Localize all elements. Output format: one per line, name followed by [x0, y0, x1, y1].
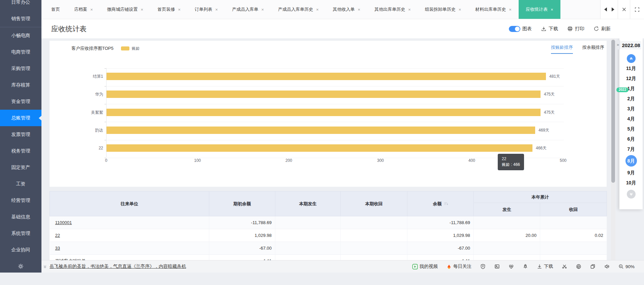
- tab-材料出库单历史[interactable]: 材料出库单历史×: [468, 0, 519, 19]
- tray-shield-icon[interactable]: [480, 264, 486, 269]
- download-button[interactable]: 下载: [541, 26, 558, 32]
- scroll-months-up-button[interactable]: [627, 54, 636, 63]
- sidebar-item-企业协同[interactable]: 企业协同: [0, 242, 41, 258]
- tab-首页装修[interactable]: 首页装修×: [150, 0, 188, 19]
- tab-订单列表[interactable]: 订单列表×: [188, 0, 225, 19]
- unit-link[interactable]: 1100001: [55, 220, 72, 225]
- print-button[interactable]: 打印: [567, 26, 584, 32]
- tab-scroll-left-icon[interactable]: [604, 7, 607, 11]
- current-period[interactable]: 2022.08: [621, 41, 641, 49]
- sort-tab-按账龄排序[interactable]: 按账龄排序: [551, 44, 573, 54]
- tab-组装拆卸单历史[interactable]: 组装拆卸单历史×: [418, 0, 468, 19]
- chevron-double-down-icon[interactable]: [43, 264, 47, 269]
- news-ticker-link[interactable]: 岳飞被杀前的圣旨，书法绝美，气息直逼《兰亭序》，内容暗藏杀机: [50, 263, 186, 270]
- tray-rocket-icon[interactable]: [523, 264, 528, 269]
- refresh-label: 刷新: [601, 26, 611, 32]
- date-panel-collapse-handle[interactable]: »: [615, 40, 620, 49]
- sidebar-item-税务管理[interactable]: 税务管理: [0, 143, 41, 159]
- month-7月[interactable]: 7月: [627, 144, 635, 154]
- col-header-ytd-incurred: 发生: [474, 203, 540, 216]
- sidebar-item-日常办公[interactable]: 日常办公: [0, 0, 41, 10]
- tab-首页[interactable]: 首页: [44, 0, 67, 19]
- tab-其他出库单历史[interactable]: 其他出库单历史×: [367, 0, 418, 19]
- tray-windows-icon[interactable]: [590, 264, 595, 269]
- sidebar-item-电商管理[interactable]: 电商管理: [0, 44, 41, 60]
- sidebar-footer[interactable]: [0, 260, 41, 273]
- tab-close-icon[interactable]: ×: [141, 7, 144, 12]
- month-1月[interactable]: 1月: [627, 83, 635, 94]
- tab-scroll-right-icon[interactable]: [612, 7, 614, 11]
- tab-close-icon[interactable]: ×: [178, 7, 181, 12]
- cell-value: [474, 242, 540, 255]
- close-all-tabs-button[interactable]: [618, 0, 630, 19]
- scroll-months-down-button[interactable]: [627, 190, 636, 199]
- tab-店档案[interactable]: 店档案×: [67, 0, 100, 19]
- tab-close-icon[interactable]: ×: [90, 7, 93, 12]
- tray-heartbeat-icon[interactable]: [509, 264, 514, 269]
- tray-browser-icon[interactable]: [576, 264, 581, 269]
- sidebar-item-采购管理[interactable]: 采购管理: [0, 60, 41, 77]
- tray-speaker-icon[interactable]: [604, 264, 610, 269]
- bar-吴絮絮[interactable]: [106, 109, 541, 116]
- month-4月[interactable]: 4月: [627, 114, 635, 124]
- month-11月[interactable]: 11月: [626, 63, 636, 73]
- unit-link[interactable]: 22: [55, 233, 60, 238]
- month-10月[interactable]: 10月: [626, 178, 636, 188]
- sort-tab-按余额排序[interactable]: 按余额排序: [582, 44, 604, 54]
- toggle-switch-icon[interactable]: [509, 26, 520, 32]
- month-9月[interactable]: 9月: [627, 168, 635, 178]
- unit-link[interactable]: 33: [55, 246, 60, 251]
- month-6月[interactable]: 6月: [627, 134, 635, 144]
- bar-韵达[interactable]: [106, 127, 535, 134]
- chart-view-toggle[interactable]: 图表: [509, 26, 532, 32]
- tab-close-icon[interactable]: ×: [215, 7, 218, 12]
- tab-close-icon[interactable]: ×: [316, 7, 319, 12]
- tab-close-icon[interactable]: ×: [408, 7, 411, 12]
- tray-download-icon-下载[interactable]: 下载: [537, 263, 553, 270]
- fullscreen-button[interactable]: [630, 0, 644, 19]
- tab-close-icon[interactable]: ×: [551, 7, 553, 12]
- month-2月[interactable]: 2月: [627, 94, 635, 104]
- month-8月[interactable]: 8月: [625, 155, 637, 167]
- tray-flame-icon-每日关注[interactable]: 每日关注: [447, 263, 471, 270]
- sidebar-item-工资[interactable]: 工资: [0, 176, 41, 192]
- legend-item[interactable]: 账龄: [121, 46, 140, 51]
- tab-close-icon[interactable]: ×: [459, 7, 461, 12]
- grid-line: [106, 86, 564, 86]
- tray-zoom-out-icon-90%[interactable]: 90%: [618, 264, 635, 269]
- sort-icon[interactable]: [444, 202, 448, 206]
- tab-close-icon[interactable]: ×: [509, 7, 512, 12]
- sidebar-item-系统管理[interactable]: 系统管理: [0, 225, 41, 242]
- tab-应收统计表[interactable]: 应收统计表×: [519, 0, 560, 19]
- tab-close-icon[interactable]: ×: [261, 7, 264, 12]
- legend-label: 账龄: [132, 46, 140, 51]
- table-row: 1100001-11,788.69-11,788.69: [50, 216, 607, 229]
- sidebar-item-基础信息[interactable]: 基础信息: [0, 209, 41, 225]
- bar-结算1[interactable]: [106, 73, 546, 80]
- settings-gear-icon[interactable]: [18, 263, 24, 269]
- sidebar-item-经营管理[interactable]: 经营管理: [0, 192, 41, 209]
- tray-play-icon-我的视频[interactable]: 我的视频: [412, 263, 438, 270]
- tab-产成品入库单历史[interactable]: 产成品入库单历史×: [271, 0, 326, 19]
- sidebar-item-销售管理[interactable]: 销售管理: [0, 10, 41, 27]
- content-scrollbar[interactable]: [611, 38, 615, 273]
- tray-image-icon[interactable]: [494, 264, 500, 269]
- month-5月[interactable]: 5月: [627, 124, 635, 134]
- sidebar-item-发票管理[interactable]: 发票管理: [0, 126, 41, 143]
- sidebar-item-固定资产[interactable]: 固定资产: [0, 159, 41, 176]
- sidebar-item-总账管理[interactable]: 总账管理: [0, 110, 41, 126]
- scrollbar-thumb[interactable]: [611, 40, 615, 183]
- bar-华为[interactable]: [106, 91, 541, 98]
- sidebar-item-库存核算[interactable]: 库存核算: [0, 77, 41, 93]
- tab-close-icon[interactable]: ×: [358, 7, 361, 12]
- tab-产成品入库单[interactable]: 产成品入库单×: [225, 0, 271, 19]
- tab-微商城店铺设置[interactable]: 微商城店铺设置×: [100, 0, 151, 19]
- bar-22[interactable]: [106, 144, 532, 152]
- sidebar-item-小畅电商[interactable]: 小畅电商: [0, 27, 41, 44]
- month-12月[interactable]: 12月: [626, 73, 636, 83]
- sidebar-item-资金管理[interactable]: 资金管理: [0, 93, 41, 110]
- month-3月[interactable]: 3月: [627, 104, 635, 114]
- refresh-button[interactable]: 刷新: [593, 26, 611, 32]
- tab-其他收入单[interactable]: 其他收入单×: [326, 0, 368, 19]
- tray-scissors-icon[interactable]: [562, 264, 567, 269]
